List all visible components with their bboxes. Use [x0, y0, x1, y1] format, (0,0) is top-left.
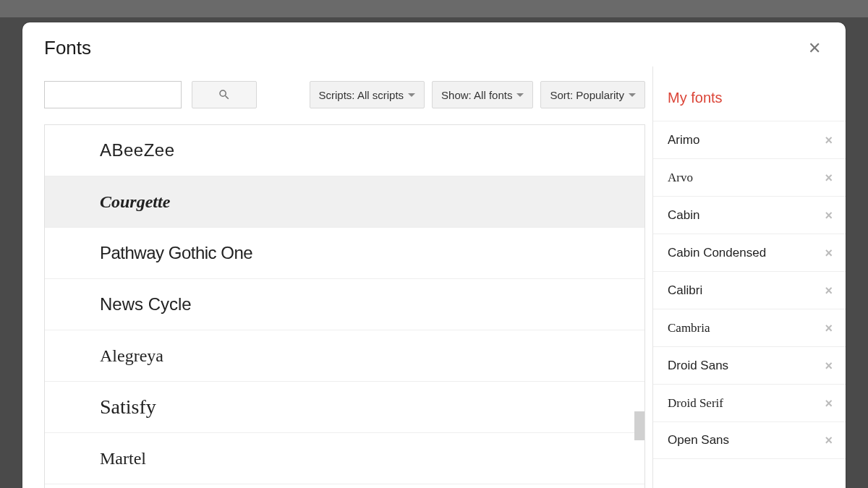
scrollbar-thumb[interactable]: [634, 411, 644, 440]
chevron-down-icon: [629, 93, 636, 97]
close-button[interactable]: ✕: [805, 38, 824, 59]
remove-font-button[interactable]: ×: [825, 209, 833, 222]
my-font-item[interactable]: Calibri×: [653, 271, 846, 309]
remove-font-button[interactable]: ×: [825, 434, 833, 447]
search-input[interactable]: [44, 81, 182, 108]
remove-font-button[interactable]: ×: [825, 134, 833, 147]
font-name: Alegreya: [100, 346, 163, 366]
font-name: News Cycle: [100, 294, 192, 314]
font-name: Martel: [100, 449, 146, 468]
fonts-dialog: Fonts ✕ Scripts: All scripts: [22, 22, 846, 488]
close-icon: ✕: [808, 39, 821, 57]
chevron-down-icon: [516, 93, 524, 97]
font-row[interactable]: Alegreya: [45, 330, 644, 382]
my-font-item[interactable]: Arimo×: [653, 121, 846, 158]
search-button[interactable]: [192, 81, 257, 108]
sort-filter[interactable]: Sort: Popularity: [540, 81, 645, 108]
font-row[interactable]: Courgette: [45, 176, 644, 228]
font-name: ABeeZee: [100, 140, 175, 160]
remove-font-button[interactable]: ×: [825, 322, 833, 335]
font-row[interactable]: Satisfy: [45, 382, 644, 433]
filter-group: Scripts: All scripts Show: All fonts Sor…: [310, 81, 645, 108]
my-font-item[interactable]: Arvo×: [653, 158, 846, 196]
search-icon: [218, 88, 231, 101]
font-row[interactable]: Pathway Gothic One: [45, 228, 644, 279]
font-list[interactable]: ABeeZeeCourgettePathway Gothic OneNews C…: [44, 124, 645, 488]
left-pane: Scripts: All scripts Show: All fonts Sor…: [22, 67, 652, 488]
remove-font-button[interactable]: ×: [825, 397, 833, 410]
my-fonts-pane: My fonts Arimo×Arvo×Cabin×Cabin Condense…: [652, 67, 846, 488]
my-font-name: Droid Sans: [668, 359, 728, 373]
scripts-filter[interactable]: Scripts: All scripts: [310, 81, 425, 108]
show-filter[interactable]: Show: All fonts: [432, 81, 533, 108]
my-font-item[interactable]: Cabin×: [653, 196, 846, 234]
my-font-name: Droid Serif: [668, 396, 723, 411]
chevron-down-icon: [408, 93, 415, 97]
font-name: Courgette: [100, 192, 170, 212]
font-name: Pathway Gothic One: [100, 243, 252, 263]
remove-font-button[interactable]: ×: [825, 359, 833, 372]
remove-font-button[interactable]: ×: [825, 247, 833, 260]
my-font-name: Cabin: [668, 208, 699, 223]
font-name: Satisfy: [100, 395, 156, 419]
my-font-name: Arvo: [668, 171, 693, 185]
my-font-name: Cambria: [668, 321, 710, 335]
my-fonts-title: My fonts: [653, 81, 846, 121]
my-font-name: Cabin Condensed: [668, 246, 766, 260]
remove-font-button[interactable]: ×: [825, 171, 833, 184]
my-font-name: Calibri: [668, 283, 702, 298]
remove-font-button[interactable]: ×: [825, 284, 833, 297]
backdrop: [0, 0, 868, 17]
my-font-name: Open Sans: [668, 433, 729, 448]
controls-bar: Scripts: All scripts Show: All fonts Sor…: [44, 81, 645, 108]
sort-filter-label: Sort: Popularity: [550, 89, 624, 101]
my-font-item[interactable]: Cambria×: [653, 309, 846, 346]
show-filter-label: Show: All fonts: [441, 89, 512, 101]
dialog-title: Fonts: [44, 37, 91, 59]
font-row[interactable]: Martel: [45, 433, 644, 484]
my-font-item[interactable]: Cabin Condensed×: [653, 234, 846, 271]
scripts-filter-label: Scripts: All scripts: [319, 89, 404, 101]
my-fonts-list: Arimo×Arvo×Cabin×Cabin Condensed×Calibri…: [653, 121, 846, 459]
dialog-body: Scripts: All scripts Show: All fonts Sor…: [22, 67, 846, 488]
my-font-item[interactable]: Droid Sans×: [653, 346, 846, 384]
my-font-item[interactable]: Open Sans×: [653, 421, 846, 459]
dialog-header: Fonts ✕: [22, 22, 846, 67]
font-row[interactable]: News Cycle: [45, 279, 644, 330]
my-font-item[interactable]: Droid Serif×: [653, 384, 846, 421]
my-font-name: Arimo: [668, 133, 699, 147]
font-row[interactable]: ABeeZee: [45, 125, 644, 176]
